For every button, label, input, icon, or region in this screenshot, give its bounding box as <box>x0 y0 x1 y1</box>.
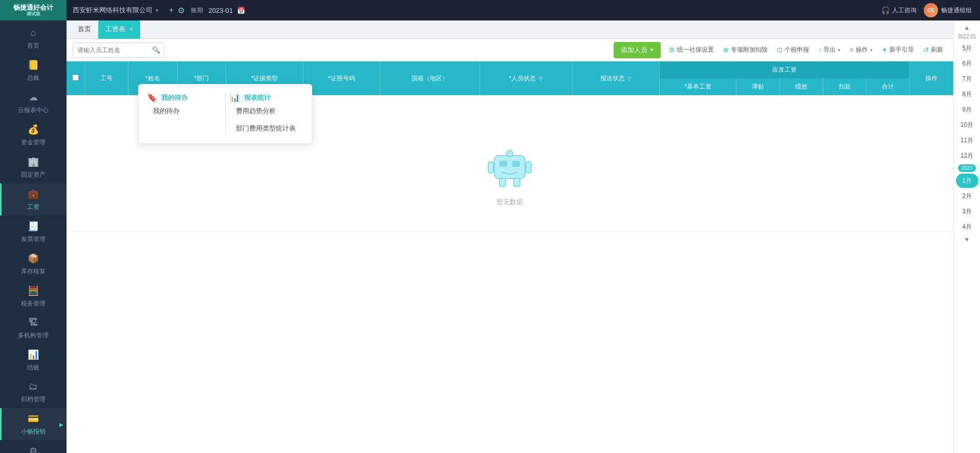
invoice-icon: 🧾 <box>28 221 39 232</box>
settings-icon[interactable]: ⚙ <box>178 6 185 15</box>
salary-icon: 💼 <box>28 188 39 200</box>
select-all-checkbox[interactable] <box>72 74 79 81</box>
company-selector[interactable]: 西安虾米网络科技有限公司 ▾ <box>67 6 165 15</box>
sidebar-item-expense[interactable]: 💳 小畅报销 ▶ <box>0 408 67 440</box>
sidebar-label-multi-org: 多机构管理 <box>18 331 49 340</box>
calendar-icon[interactable]: 📅 <box>237 7 245 14</box>
timeline-month-2023-1[interactable]: 1月 <box>956 174 978 188</box>
toolbar-actions: ⚙ 统一社保设置 ⊕ 专项附加扣除 ⊡ 个税申报 ↑ 导出 ▾ ≡ <box>665 44 947 56</box>
export-button[interactable]: ↑ 导出 ▾ <box>814 44 845 56</box>
search-input[interactable] <box>77 47 150 54</box>
cloud-icon: ☁ <box>29 92 38 103</box>
tab-home[interactable]: 首页 <box>71 20 98 39</box>
special-deduct-icon: ⊕ <box>723 46 729 54</box>
svg-rect-8 <box>514 178 520 186</box>
table-container: 工号 *姓名 *部门 *证据类型 *证照号码 国籍（地区） *人员状态 ▽ 报送… <box>67 61 953 453</box>
popup-item-dept-expense[interactable]: 部门费用类型统计表 <box>232 122 304 135</box>
add-icon[interactable]: + <box>169 6 173 15</box>
col-bonus: 津贴 <box>736 78 780 95</box>
header-actions: + ⚙ 账期 2023-01 📅 <box>165 6 249 15</box>
col-operations: 操作 <box>910 61 953 95</box>
period-label: 账期 <box>191 6 203 15</box>
company-name: 西安虾米网络科技有限公司 <box>73 6 153 15</box>
new-guide-label: 新手引导 <box>889 46 914 54</box>
popup-item-my-todo[interactable]: 我的待办 <box>149 104 221 118</box>
sidebar-label-assets: 固定资产 <box>21 170 46 179</box>
support-button[interactable]: 🎧 人工咨询 <box>881 6 917 15</box>
sidebar-label-cloud: 云报表中心 <box>18 106 49 115</box>
social-settings-button[interactable]: ⚙ 统一社保设置 <box>665 44 718 56</box>
no-data-illustration <box>484 140 535 191</box>
tax-report-label: 个税申报 <box>785 46 809 54</box>
new-guide-icon: ✦ <box>882 46 887 54</box>
add-person-button[interactable]: 添加人员 ▾ <box>614 42 661 58</box>
sidebar-item-salary[interactable]: 💼 工资 <box>0 183 67 215</box>
sidebar-item-fund-mgmt[interactable]: 💰 资金管理 <box>0 119 67 151</box>
sidebar-item-cloud-reports[interactable]: ☁ 云报表中心 <box>0 87 67 119</box>
popup-col-reports: 📊 报表统计 费用趋势分析 部门费用类型统计表 <box>230 93 304 135</box>
timeline-month-2022-10[interactable]: 10月 <box>956 118 978 132</box>
toolbar: 🔍 添加人员 ▾ ⚙ 统一社保设置 ⊕ 专项附加扣除 ⊡ 个税申报 <box>67 39 953 61</box>
refresh-button[interactable]: ↺ 刷新 <box>919 44 947 56</box>
sidebar-label-archive: 归档管理 <box>21 395 46 404</box>
sidebar-label-fund: 资金管理 <box>21 138 46 147</box>
svg-rect-5 <box>488 162 493 173</box>
user-area[interactable]: CE 畅捷通组组 <box>924 3 972 17</box>
timeline-prev-button[interactable]: ▲ <box>960 23 974 33</box>
col-group-salary: 应发工资 <box>659 61 909 78</box>
company-chevron-icon: ▾ <box>156 7 159 14</box>
col-checkbox[interactable] <box>67 61 85 95</box>
timeline-month-2022-7[interactable]: 7月 <box>956 72 978 86</box>
col-base-salary: *基本工资 <box>659 78 736 95</box>
no-data-label: 暂无数据 <box>496 198 523 207</box>
timeline-month-2023-3[interactable]: 3月 <box>956 204 978 219</box>
timeline-month-2023-2[interactable]: 2月 <box>956 189 978 203</box>
headset-icon: 🎧 <box>881 6 890 14</box>
app-badge: 测试版 <box>13 11 53 17</box>
settlement-icon: 📊 <box>28 349 39 360</box>
sidebar-item-archive[interactable]: 🗂 归档管理 <box>0 376 67 408</box>
tax-icon: 🧮 <box>28 285 39 296</box>
todo-icon: 🔖 <box>147 93 157 102</box>
tab-home-label: 首页 <box>78 25 91 34</box>
timeline-next-button[interactable]: ▼ <box>960 234 974 245</box>
export-icon: ↑ <box>818 46 822 54</box>
sidebar-item-invoice[interactable]: 🧾 发票管理 <box>0 215 67 248</box>
operations-button[interactable]: ≡ 操作 ▾ <box>845 44 877 56</box>
tab-salary[interactable]: 工资表 × <box>98 20 140 39</box>
sidebar-item-multi-org[interactable]: 🏗 多机构管理 <box>0 312 67 344</box>
fund-icon: 💰 <box>28 124 39 135</box>
social-settings-label: 统一社保设置 <box>677 46 714 54</box>
sidebar-item-fixed-assets[interactable]: 🏢 固定资产 <box>0 151 67 183</box>
user-name: 畅捷通组组 <box>941 6 972 15</box>
sidebar-item-general-ledger[interactable]: 📒 总账 <box>0 54 67 87</box>
tax-report-button[interactable]: ⊡ 个税申报 <box>773 44 813 56</box>
expense-icon: 💳 <box>28 413 39 424</box>
popup-columns: 🔖 我的待办 我的待办 📊 报表统计 <box>147 93 303 135</box>
sidebar-item-tax[interactable]: 🧮 税务管理 <box>0 280 67 312</box>
status-filter-icon[interactable]: ▽ <box>539 76 543 81</box>
sidebar-label-settlement: 结账 <box>27 363 39 372</box>
col-deductions: 扣款 <box>823 78 866 95</box>
popup-reports-items: 费用趋势分析 部门费用类型统计表 <box>230 104 304 135</box>
timeline-month-2022-8[interactable]: 8月 <box>956 87 978 101</box>
sidebar-item-settlement[interactable]: 📊 结账 <box>0 344 67 376</box>
timeline-month-2023-4[interactable]: 4月 <box>956 220 978 234</box>
sidebar-item-basic-settings[interactable]: ⚙ 基础设置 <box>0 440 67 453</box>
new-guide-button[interactable]: ✦ 新手引导 <box>878 44 918 56</box>
reports-title-label: 报表统计 <box>244 93 271 102</box>
timeline-month-2022-11[interactable]: 11月 <box>956 133 978 147</box>
sidebar-item-home[interactable]: ⌂ 首页 <box>0 23 67 54</box>
header-right: 🎧 人工咨询 CE 畅捷通组组 <box>881 3 980 17</box>
timeline-month-2022-9[interactable]: 9月 <box>956 102 978 117</box>
timeline-month-2022-12[interactable]: 12月 <box>956 148 978 163</box>
timeline-month-2022-5[interactable]: 5月 <box>956 41 978 55</box>
timeline-month-2022-6[interactable]: 6月 <box>956 56 978 71</box>
tab-close-icon[interactable]: × <box>129 26 133 33</box>
report-filter-icon[interactable]: ▽ <box>627 76 631 81</box>
settings-gear-icon: ⚙ <box>29 445 37 453</box>
sidebar-item-inventory[interactable]: 📦 库存核算 <box>0 248 67 280</box>
special-deduct-button[interactable]: ⊕ 专项附加扣除 <box>719 44 772 56</box>
popup-item-expense-trend[interactable]: 费用趋势分析 <box>232 104 304 118</box>
dropdown-popup: 🔖 我的待办 我的待办 📊 报表统计 <box>138 84 312 144</box>
